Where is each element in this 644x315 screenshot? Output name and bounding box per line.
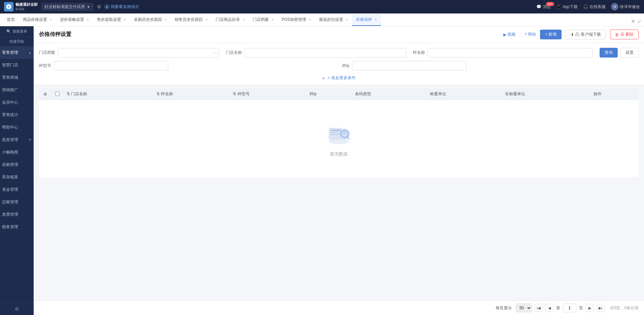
content-area: 价格传秤设置 ▶ 视频 | ? 帮助 + 新增 ⬇ 凸 客户端下载 xyxy=(34,26,644,315)
sidebar-search[interactable]: 🔍 搜索菜单 xyxy=(0,26,34,37)
close-icon[interactable]: × xyxy=(346,18,348,22)
avatar: 徐 xyxy=(611,3,618,10)
th-store-name[interactable]: ⇅ 门店名称 xyxy=(63,89,153,100)
tab-purchase-strategy[interactable]: 进价策略设置 × xyxy=(56,14,93,26)
tab-purchase-history[interactable]: 采购历史价跟踪 × xyxy=(130,14,171,26)
top-bar: 畅捷通好业财 标准版 好业财标准版交付试用 ▼ ⚙ ◉ 我要看实例演示 💬 消息… xyxy=(0,0,644,13)
store-archive-input[interactable] xyxy=(58,48,211,57)
delete-icon: 🗑 xyxy=(615,32,619,37)
tab-home[interactable]: 首页 xyxy=(3,14,19,26)
add-button[interactable]: + 新增 xyxy=(540,30,562,39)
scale-name-label: 秤名称 xyxy=(413,50,425,56)
select-all-checkbox[interactable] xyxy=(55,92,60,96)
tab-pos-encrypt[interactable]: POS加密管理 × xyxy=(278,14,315,26)
page-actions: ▶ 视频 | ? 帮助 + 新增 ⬇ 凸 客户端下载 🗑 亩 删除 xyxy=(503,30,639,39)
sidebar-item-invoice[interactable]: 发票管理 xyxy=(0,208,34,221)
close-icon[interactable]: × xyxy=(375,18,377,22)
close-icon[interactable]: × xyxy=(50,18,52,22)
sidebar-item-smart-store[interactable]: 智慧门店 xyxy=(0,59,34,71)
filter-store-archive: 门店档案 ··· xyxy=(39,48,219,58)
page-word: 算 xyxy=(556,305,560,311)
first-page-button[interactable]: |◀ xyxy=(535,304,543,312)
sidebar-item-tax[interactable]: 税务管理 xyxy=(0,221,34,233)
delete-button[interactable]: 🗑 亩 删除 xyxy=(610,30,639,39)
close-icon[interactable]: × xyxy=(243,18,245,22)
next-page-button[interactable]: ▶ xyxy=(586,304,594,312)
table-header-row: ⚙ ⇅ 门店名称 ⇅ 秤名称 xyxy=(39,89,639,100)
user-menu-button[interactable]: 徐 徐泽华修改 xyxy=(611,3,640,10)
download-client-button[interactable]: ⬇ 凸 客户端下载 xyxy=(566,30,606,39)
next-page-icon: ▶ xyxy=(588,306,591,310)
page-header: 价格传秤设置 ▶ 视频 | ? 帮助 + 新增 ⬇ 凸 客户端下载 xyxy=(34,26,644,43)
expand-tabs-button[interactable]: ⤢ xyxy=(637,19,641,24)
search-icon: 🔍 xyxy=(6,29,11,33)
tab-min-discount[interactable]: 最低折扣设置 × xyxy=(315,14,352,26)
tab-sale-extract[interactable]: 售价提取设置 × xyxy=(93,14,130,26)
edition-settings-button[interactable]: ⚙ xyxy=(97,4,101,9)
sidebar-item-general-ledger[interactable]: 总账管理 xyxy=(0,196,34,208)
sidebar-item-ecommerce[interactable]: 小畅电商 xyxy=(0,146,34,159)
message-icon: 💬 xyxy=(536,4,541,9)
tab-commodity-price[interactable]: 商品价格设置 × xyxy=(19,14,56,26)
sidebar-settings-button[interactable]: ⚙ xyxy=(0,303,34,315)
settings-icon: ⚙ xyxy=(43,92,47,97)
close-icon[interactable]: × xyxy=(206,18,208,22)
query-button[interactable]: 查询 xyxy=(600,48,618,58)
app-logo: 畅捷通好业财 标准版 xyxy=(4,2,38,11)
page-number-input[interactable] xyxy=(563,304,576,312)
store-name-label: 门店名称 xyxy=(226,50,242,56)
tab-sales-history[interactable]: 销售历史价跟踪 × xyxy=(171,14,212,26)
sidebar-item-retail-stats[interactable]: 零售统计 xyxy=(0,109,34,121)
app-download-button[interactable]: 📱 App下载 xyxy=(556,4,578,10)
tab-store-catalog[interactable]: 门店商品目录 × xyxy=(212,14,249,26)
sidebar-item-marketing[interactable]: 营销推广 xyxy=(0,84,34,96)
svg-point-8 xyxy=(343,131,346,135)
settings-button[interactable]: 设置 xyxy=(620,48,639,58)
edition-selector[interactable]: 好业财标准版交付试用 ▼ xyxy=(41,3,94,11)
page-label: 页 xyxy=(579,305,583,311)
filter-row-2: 秤型号 秤ip xyxy=(39,61,639,70)
close-icon[interactable]: × xyxy=(165,18,167,22)
sidebar-item-purchase[interactable]: 采购管理 xyxy=(0,159,34,171)
close-icon[interactable]: × xyxy=(272,18,274,22)
sidebar-item-retail-mall[interactable]: 零售商城 xyxy=(0,71,34,84)
video-link[interactable]: ▶ 视频 xyxy=(503,32,515,37)
online-service-button[interactable]: 🎧 在线客服 xyxy=(583,4,606,10)
empty-illustration xyxy=(322,120,356,147)
sidebar-quick-nav[interactable]: 快捷导航 xyxy=(0,37,34,46)
sidebar-item-retail-management[interactable]: 零售管理 ▲ xyxy=(0,46,34,59)
th-scale-model[interactable]: ⇅ 秤型号 xyxy=(229,89,306,100)
dots-icon[interactable]: ··· xyxy=(211,50,219,55)
scale-model-input[interactable] xyxy=(54,61,168,70)
store-name-input[interactable] xyxy=(245,48,406,58)
page-size-select[interactable]: 50 xyxy=(516,304,532,312)
sidebar-item-inventory[interactable]: 库存核算 xyxy=(0,171,34,183)
th-checkbox[interactable] xyxy=(51,89,63,100)
sidebar-item-wholesale[interactable]: 批发管理 ▼ xyxy=(0,134,34,146)
close-icon[interactable]: × xyxy=(309,18,311,22)
prev-page-button[interactable]: ◀ xyxy=(545,304,553,312)
sidebar-item-member-center[interactable]: 会员中心 xyxy=(0,96,34,109)
last-page-button[interactable]: ▶| xyxy=(597,304,605,312)
main-layout: 🔍 搜索菜单 快捷导航 零售管理 ▲ 智慧门店 零售商城 营销推广 会员中心 零… xyxy=(0,26,644,315)
th-scale-name[interactable]: ⇅ 秤名称 xyxy=(153,89,229,100)
tab-price-scale[interactable]: 价格传秤 × xyxy=(352,14,381,26)
demo-link[interactable]: ◉ 我要看实例演示 xyxy=(105,4,139,10)
filter-scale-model: 秤型号 xyxy=(39,61,335,70)
close-icon[interactable]: × xyxy=(124,18,126,22)
help-link[interactable]: ? 帮助 xyxy=(525,32,536,37)
store-archive-input-wrapper[interactable]: ··· xyxy=(58,48,219,58)
last-page-icon: ▶| xyxy=(599,306,602,310)
per-page-label: 每页显示 xyxy=(496,305,512,311)
scale-name-input[interactable] xyxy=(428,48,593,58)
message-button[interactable]: 💬 消息 99+ xyxy=(536,4,551,10)
collapse-filter-button[interactable]: ∧ ∧ 收起更多条件 xyxy=(39,74,639,82)
tab-store-archive[interactable]: 门店档案 × xyxy=(249,14,278,26)
th-settings[interactable]: ⚙ xyxy=(39,89,51,100)
scale-ip-input[interactable] xyxy=(352,61,466,70)
first-page-icon: |◀ xyxy=(537,306,540,310)
sidebar-item-finance[interactable]: 资金管理 xyxy=(0,183,34,196)
sidebar-item-help-center[interactable]: 帮助中心 xyxy=(0,121,34,134)
close-all-tabs-button[interactable]: ✕ xyxy=(631,18,635,25)
close-icon[interactable]: × xyxy=(87,18,89,22)
